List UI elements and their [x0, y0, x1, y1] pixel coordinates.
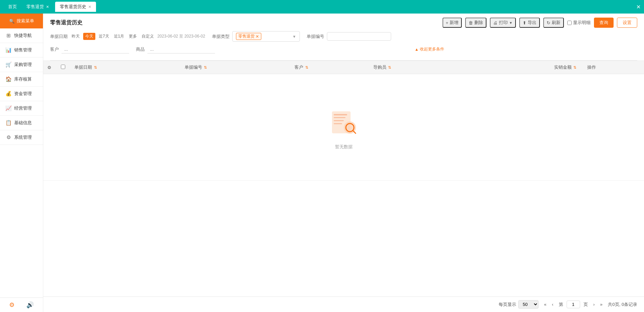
close-tab-retail-return[interactable]: ✕ [46, 5, 49, 9]
sidebar-item-label: 基础信息 [14, 120, 32, 126]
sidebar-item-system-mgmt[interactable]: ⚙ 系统管理 [0, 130, 43, 145]
filter-row-2: 客户 商品 ▲ 收起更多条件 [50, 45, 637, 53]
page-label: 第 [557, 301, 565, 308]
sort-guide-icon: ⇅ [388, 65, 391, 69]
doc-type-label: 单据类型 [212, 34, 230, 40]
date-btn-custom[interactable]: 自定义 [140, 33, 155, 40]
collapse-button[interactable]: ▲ 收起更多条件 [411, 45, 449, 53]
col-amount[interactable]: 实销金额 ⇅ [463, 61, 583, 74]
sidebar-item-label: 采购管理 [14, 62, 32, 68]
doc-type-select[interactable]: 零售退货 ✕ ▼ [232, 31, 300, 42]
first-page-btn[interactable]: « [542, 301, 548, 308]
sidebar-item-inventory[interactable]: 🏠 库存核算 [0, 72, 43, 87]
tab-retail-return-history[interactable]: 零售退货历史 ✕ [55, 2, 96, 12]
inventory-icon: 🏠 [5, 76, 11, 82]
select-all-checkbox[interactable] [61, 65, 65, 69]
page-header: 零售退货历史 + 新增 🗑 删除 🖨 打印 ▼ [43, 14, 644, 61]
sidebar-item-purchase-mgmt[interactable]: 🛒 采购管理 [0, 58, 43, 72]
doc-number-label: 单据编号 [307, 34, 324, 40]
sidebar-item-operations[interactable]: 📈 经营管理 [0, 101, 43, 116]
svg-rect-2 [334, 117, 345, 118]
top-tab-bar: 首页 零售退货 ✕ 零售退货历史 ✕ ✕ [0, 0, 644, 14]
settings-icon[interactable]: ⚙ [9, 301, 15, 309]
tab-retail-return[interactable]: 零售退货 ✕ [22, 2, 54, 12]
svg-rect-4 [334, 123, 342, 124]
col-date[interactable]: 单据日期 ⇅ [70, 61, 181, 74]
delete-icon: 🗑 [469, 20, 473, 25]
empty-state-cell: 暂无数据 [43, 74, 644, 181]
empty-illustration [327, 105, 361, 138]
svg-rect-1 [334, 114, 347, 115]
close-tab-retail-return-history[interactable]: ✕ [88, 5, 91, 9]
sidebar-menu: ⊞ 快捷导航 📊 销售管理 🛒 采购管理 🏠 库存核算 💰 资金管理 📈 [0, 28, 43, 297]
refresh-button[interactable]: ↻ 刷新 [543, 18, 564, 28]
query-button[interactable]: 查询 [594, 18, 614, 28]
sidebar-search[interactable]: 🔍 搜索菜单 [0, 14, 43, 28]
date-filter-field: 单据日期 昨天 今天 近7天 近1月 更多 自定义 2023-06-02 至 2… [50, 33, 205, 40]
prev-page-btn[interactable]: ‹ [550, 301, 555, 308]
next-page-btn[interactable]: › [591, 301, 597, 308]
volume-icon[interactable]: 🔊 [26, 301, 34, 309]
page-nav: « ‹ 第 页 › » [542, 300, 604, 308]
sidebar: 🔍 搜索菜单 ⊞ 快捷导航 📊 销售管理 🛒 采购管理 🏠 库存核算 💰 [0, 14, 43, 312]
sales-icon: 📊 [5, 47, 11, 53]
col-guide[interactable]: 导购员 ⇅ [369, 61, 463, 74]
total-info: 共0页, 0条记录 [608, 302, 637, 308]
add-button[interactable]: + 新增 [443, 18, 462, 28]
per-page-select[interactable]: 50 20 100 [518, 300, 539, 309]
customer-filter-field: 客户 [50, 45, 129, 53]
sidebar-bottom: ⚙ 🔊 [0, 297, 43, 312]
date-btn-7days[interactable]: 近7天 [97, 33, 111, 40]
customer-label: 客户 [50, 46, 59, 52]
refresh-icon: ↻ [547, 20, 550, 25]
sidebar-item-quick-nav[interactable]: ⊞ 快捷导航 [0, 28, 43, 43]
column-settings-icon[interactable]: ⚙ [47, 65, 51, 70]
page-number-input[interactable] [567, 300, 580, 308]
data-table: ⚙ 单据日期 ⇅ 单据编号 ⇅ [43, 61, 644, 181]
date-btn-today[interactable]: 今天 [83, 33, 95, 40]
show-detail-checkbox[interactable]: 显示明细 [567, 20, 591, 26]
add-icon: + [446, 20, 449, 25]
per-page-label: 每页显示 [499, 302, 516, 308]
goods-input[interactable] [147, 45, 215, 53]
export-button[interactable]: ⬆ 导出 [519, 18, 540, 28]
svg-rect-3 [334, 120, 344, 121]
settings-button[interactable]: 设置 [617, 18, 637, 28]
doc-number-input[interactable] [327, 32, 391, 41]
last-page-btn[interactable]: » [598, 301, 604, 308]
sidebar-item-sales-mgmt[interactable]: 📊 销售管理 [0, 43, 43, 58]
date-filter-label: 单据日期 [50, 34, 68, 40]
tag-close-icon[interactable]: ✕ [256, 34, 259, 39]
date-btn-yesterday[interactable]: 昨天 [70, 33, 81, 40]
tab-home[interactable]: 首页 [3, 2, 22, 12]
doc-type-tag: 零售退货 ✕ [236, 33, 261, 40]
date-range-display: 2023-06-02 至 2023-06-02 [157, 34, 205, 39]
window-controls: ✕ [636, 4, 641, 10]
sidebar-item-finance[interactable]: 💰 资金管理 [0, 87, 43, 101]
sidebar-item-basic-info[interactable]: 📋 基础信息 [0, 116, 43, 130]
show-detail-input[interactable] [567, 21, 572, 25]
filter-area: 单据日期 昨天 今天 近7天 近1月 更多 自定义 2023-06-02 至 2… [50, 31, 637, 61]
window-close-icon[interactable]: ✕ [636, 4, 641, 10]
col-customer[interactable]: 客户 ⇅ [290, 61, 369, 74]
col-settings: ⚙ [43, 61, 57, 74]
col-number[interactable]: 单据编号 ⇅ [181, 61, 291, 74]
quick-nav-icon: ⊞ [5, 32, 11, 39]
dropdown-icon: ▼ [292, 35, 296, 39]
print-icon: 🖨 [493, 20, 498, 25]
toolbar: + 新增 🗑 删除 🖨 打印 ▼ ⬆ 导出 [443, 18, 638, 28]
customer-input[interactable] [62, 45, 129, 53]
table-container: ⚙ 单据日期 ⇅ 单据编号 ⇅ [43, 61, 644, 296]
sidebar-item-label: 快捷导航 [14, 32, 32, 39]
goods-filter-field: 商品 [136, 45, 215, 53]
collapse-label: 收起更多条件 [420, 46, 444, 52]
print-button[interactable]: 🖨 打印 ▼ [490, 18, 516, 28]
col-checkbox [57, 61, 70, 74]
sort-number-icon: ⇅ [204, 65, 207, 69]
delete-button[interactable]: 🗑 删除 [465, 18, 486, 28]
sidebar-item-label: 销售管理 [14, 47, 32, 53]
date-btn-more[interactable]: 更多 [127, 33, 138, 40]
sort-customer-icon: ⇅ [305, 65, 308, 69]
date-btn-1month[interactable]: 近1月 [113, 33, 126, 40]
empty-text: 暂无数据 [335, 144, 353, 150]
